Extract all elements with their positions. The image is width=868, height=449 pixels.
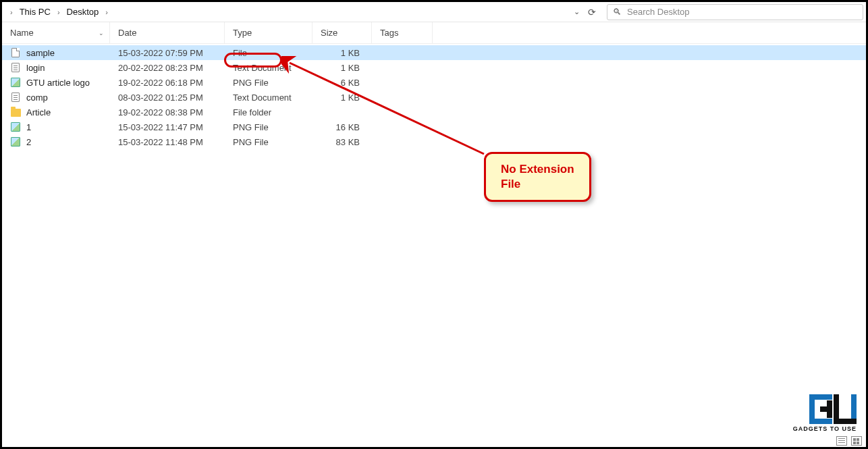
table-row[interactable]: Article19-02-2022 08:38 PMFile folder	[2, 105, 866, 120]
file-size-cell: 6 KB	[313, 78, 372, 88]
file-type-cell: PNG File	[225, 122, 313, 132]
column-label: Size	[321, 28, 337, 38]
address-bar: › This PC › Desktop › ⌄ ⟳ 🔍︎	[2, 2, 866, 22]
file-name: 2	[26, 137, 31, 147]
file-name: GTU article logo	[26, 78, 90, 88]
png-icon	[10, 77, 21, 88]
text-icon	[10, 62, 21, 73]
png-icon	[10, 136, 21, 147]
file-name: Article	[26, 107, 51, 117]
chevron-right-icon: ›	[57, 8, 60, 16]
file-icon	[10, 47, 21, 58]
chevron-right-icon: ›	[10, 8, 13, 16]
column-header-tags[interactable]: Tags	[372, 22, 433, 43]
file-date-cell: 08-03-2022 01:25 PM	[110, 93, 225, 103]
file-name-cell: GTU article logo	[2, 77, 110, 88]
annotation-text: No Extension	[501, 162, 574, 177]
file-type-cell: PNG File	[225, 78, 313, 88]
tiles-view-icon[interactable]	[851, 436, 862, 446]
chevron-down-icon[interactable]: ⌄	[574, 7, 580, 16]
address-controls: ⌄ ⟳	[567, 7, 603, 18]
file-type-cell: File folder	[225, 107, 313, 117]
file-date-cell: 19-02-2022 06:18 PM	[110, 78, 225, 88]
file-name-cell: 1	[2, 122, 110, 132]
file-name-cell: Article	[2, 107, 110, 117]
file-type-cell: File	[225, 48, 313, 58]
breadcrumb-item[interactable]: This PC	[17, 5, 53, 18]
watermark-logo	[793, 394, 857, 424]
column-label: Tags	[380, 28, 398, 38]
file-date-cell: 15-03-2022 11:48 PM	[110, 137, 225, 147]
search-input[interactable]	[627, 7, 857, 17]
file-type-cell: Text Document	[225, 93, 313, 103]
column-label: Type	[233, 28, 252, 38]
table-row[interactable]: sample15-03-2022 07:59 PMFile1 KB	[2, 45, 866, 60]
file-name-cell: login	[2, 62, 110, 73]
column-header-type[interactable]: Type	[225, 22, 313, 43]
annotation-callout: No Extension File	[484, 152, 591, 202]
details-view-icon[interactable]	[836, 436, 847, 446]
file-size-cell: 16 KB	[313, 122, 372, 132]
file-name-cell: 2	[2, 136, 110, 147]
column-label: Name	[10, 28, 34, 38]
file-date-cell: 20-02-2022 08:23 PM	[110, 63, 225, 73]
file-date-cell: 19-02-2022 08:38 PM	[110, 107, 225, 117]
file-list[interactable]: sample15-03-2022 07:59 PMFile1 KBlogin20…	[2, 44, 866, 149]
file-name-cell: sample	[2, 47, 110, 58]
folder-icon	[10, 107, 21, 117]
refresh-icon[interactable]: ⟳	[588, 7, 596, 18]
file-name: sample	[26, 48, 55, 58]
watermark: GADGETS TO USE	[793, 394, 857, 432]
file-type-cell: Text Document	[225, 63, 313, 73]
chevron-right-icon: ›	[105, 8, 108, 16]
chevron-down-icon: ⌄	[99, 30, 104, 36]
watermark-text: GADGETS TO USE	[793, 425, 857, 432]
file-size-cell: 83 KB	[313, 137, 372, 147]
file-size-cell: 1 KB	[313, 93, 372, 103]
breadcrumb-item[interactable]: Desktop	[64, 5, 102, 18]
column-headers: Name ⌄ Date Type Size Tags	[2, 22, 866, 44]
search-box[interactable]: 🔍︎	[607, 4, 863, 20]
file-name: comp	[26, 93, 48, 103]
file-name-cell: comp	[2, 92, 110, 103]
table-row[interactable]: login20-02-2022 08:23 PMText Document1 K…	[2, 60, 866, 75]
png-icon	[10, 122, 21, 132]
column-label: Date	[118, 28, 136, 38]
text-icon	[10, 92, 21, 103]
annotation-text: File	[501, 177, 574, 192]
table-row[interactable]: comp08-03-2022 01:25 PMText Document1 KB	[2, 90, 866, 105]
search-icon: 🔍︎	[613, 7, 622, 17]
file-date-cell: 15-03-2022 07:59 PM	[110, 48, 225, 58]
column-header-size[interactable]: Size	[313, 22, 372, 43]
file-size-cell: 1 KB	[313, 63, 372, 73]
file-name: login	[26, 63, 45, 73]
file-type-cell: PNG File	[225, 137, 313, 147]
view-switcher	[836, 436, 862, 446]
column-header-date[interactable]: Date	[110, 22, 225, 43]
file-date-cell: 15-03-2022 11:47 PM	[110, 122, 225, 132]
column-header-name[interactable]: Name ⌄	[2, 22, 110, 43]
file-size-cell: 1 KB	[313, 48, 372, 58]
table-row[interactable]: 215-03-2022 11:48 PMPNG File83 KB	[2, 134, 866, 149]
breadcrumb[interactable]: › This PC › Desktop ›	[5, 2, 567, 22]
file-name: 1	[26, 122, 31, 132]
table-row[interactable]: GTU article logo19-02-2022 06:18 PMPNG F…	[2, 75, 866, 90]
table-row[interactable]: 115-03-2022 11:47 PMPNG File16 KB	[2, 120, 866, 134]
